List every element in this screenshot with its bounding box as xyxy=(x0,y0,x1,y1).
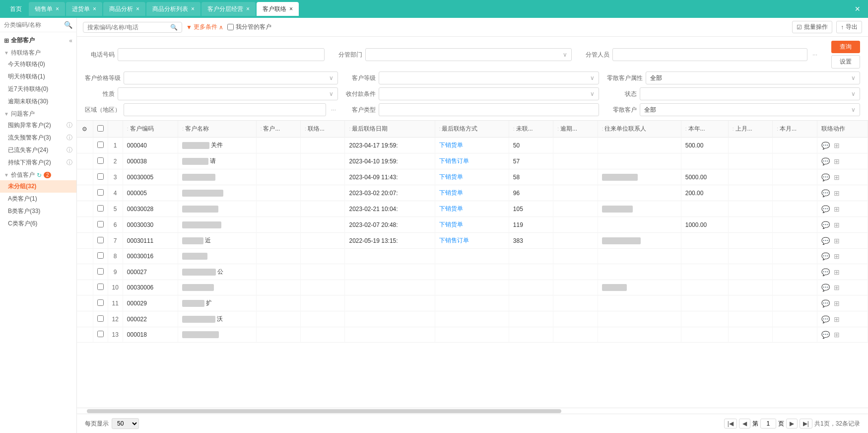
row-checkbox[interactable] xyxy=(93,233,108,249)
col-gear[interactable]: ⚙ xyxy=(77,121,93,138)
grid-action-icon[interactable]: ⊞ xyxy=(834,189,840,197)
chat-icon[interactable]: 💬 xyxy=(821,157,830,165)
sidebar-item-warning[interactable]: 流失预警客户(3) ⓘ xyxy=(0,132,76,144)
sidebar-group-value[interactable]: ▼ 价值客户 ↻ 2 xyxy=(0,169,76,180)
sidebar-item-abnormal[interactable]: 囤购异常客户(2) ⓘ xyxy=(0,119,76,132)
customer-level-select[interactable]: ∨ xyxy=(379,72,599,84)
sidebar-search-input[interactable] xyxy=(4,21,62,28)
retail-attr-select[interactable]: 全部 ∨ xyxy=(646,72,860,84)
tab-purchase[interactable]: 进货单 × xyxy=(66,2,102,16)
tab-product-analysis-list-close[interactable]: × xyxy=(191,5,195,12)
scrollbar-thumb[interactable] xyxy=(87,409,561,413)
contact-method-link[interactable]: 下销售订单 xyxy=(439,237,469,244)
my-customers-input[interactable] xyxy=(227,24,234,30)
row-last-contact-method[interactable]: 下销售订单 xyxy=(435,153,509,169)
sidebar-item-class-c[interactable]: C类客户(6) xyxy=(0,217,76,230)
row-checkbox[interactable] xyxy=(93,249,108,264)
tab-purchase-close[interactable]: × xyxy=(93,5,96,12)
row-checkbox[interactable] xyxy=(93,217,108,233)
sidebar-item-7day-pending[interactable]: 近7天待联络(0) xyxy=(0,83,76,95)
chat-icon[interactable]: 💬 xyxy=(821,315,830,323)
last-page-btn[interactable]: ▶| xyxy=(800,419,812,429)
chat-icon[interactable]: 💬 xyxy=(821,331,830,339)
row-select[interactable] xyxy=(97,157,104,164)
grid-action-icon[interactable]: ⊞ xyxy=(834,221,840,229)
sidebar-item-tomorrow-pending[interactable]: 明天待联络(1) xyxy=(0,71,76,83)
contact-method-link[interactable]: 下销货单 xyxy=(439,142,463,148)
row-last-contact-method[interactable]: 下销货单 xyxy=(435,217,509,233)
person-ellipsis[interactable]: ··· xyxy=(810,51,819,58)
row-last-contact-method[interactable]: 下销货单 xyxy=(435,138,509,153)
customer-type-input[interactable] xyxy=(379,103,599,116)
tab-home[interactable]: 首页 xyxy=(4,2,28,16)
chat-icon[interactable]: 💬 xyxy=(821,205,830,213)
dept-select[interactable]: ∨ xyxy=(365,48,572,61)
col-checkbox[interactable] xyxy=(93,121,108,138)
page-input[interactable] xyxy=(760,419,776,429)
row-last-contact-method[interactable] xyxy=(435,311,509,327)
chat-icon[interactable]: 💬 xyxy=(821,268,830,276)
sidebar-item-overdue-pending[interactable]: 逾期未联络(30) xyxy=(0,95,76,108)
sidebar-item-ungrouped[interactable]: 未分组(32) xyxy=(0,180,76,193)
tab-product-analysis[interactable]: 商品分析 × xyxy=(103,2,145,16)
row-last-contact-method[interactable] xyxy=(435,264,509,280)
sidebar-search-icon[interactable]: 🔍 xyxy=(64,21,72,29)
grid-action-icon[interactable]: ⊞ xyxy=(834,157,840,165)
row-last-contact-method[interactable]: 下销货单 xyxy=(435,201,509,217)
row-select[interactable] xyxy=(97,315,104,322)
row-checkbox[interactable] xyxy=(93,295,108,311)
row-checkbox[interactable] xyxy=(93,311,108,327)
region-input[interactable] xyxy=(124,103,326,116)
tab-product-analysis-close[interactable]: × xyxy=(136,5,139,12)
row-checkbox[interactable] xyxy=(93,264,108,280)
prev-page-btn[interactable]: ◀ xyxy=(739,419,750,429)
grid-action-icon[interactable]: ⊞ xyxy=(834,284,840,291)
reset-button[interactable]: 设置 xyxy=(831,55,860,69)
contact-method-link[interactable]: 下销货单 xyxy=(439,173,463,180)
grid-action-icon[interactable]: ⊞ xyxy=(834,331,840,339)
row-checkbox[interactable] xyxy=(93,327,108,343)
row-last-contact-method[interactable]: 下销货单 xyxy=(435,169,509,185)
row-last-contact-method[interactable] xyxy=(435,249,509,264)
batch-operation-btn[interactable]: ☑ 批量操作 xyxy=(792,21,832,33)
first-page-btn[interactable]: |◀ xyxy=(724,419,737,429)
contact-method-link[interactable]: 下销货单 xyxy=(439,189,463,196)
row-select[interactable] xyxy=(97,252,104,259)
row-last-contact-method[interactable] xyxy=(435,295,509,311)
grid-action-icon[interactable]: ⊞ xyxy=(834,315,840,323)
sidebar-item-lost[interactable]: 已流失客户(24) ⓘ xyxy=(0,144,76,156)
chat-icon[interactable]: 💬 xyxy=(821,299,830,307)
contact-method-link[interactable]: 下销货单 xyxy=(439,205,463,212)
contact-method-link[interactable]: 下销售订单 xyxy=(439,157,469,164)
chat-icon[interactable]: 💬 xyxy=(821,237,830,245)
row-checkbox[interactable] xyxy=(93,138,108,153)
tab-customer-contact[interactable]: 客户联络 × xyxy=(257,2,299,16)
grid-action-icon[interactable]: ⊞ xyxy=(834,173,840,181)
row-select[interactable] xyxy=(97,237,104,243)
next-page-btn[interactable]: ▶ xyxy=(786,419,798,429)
region-ellipsis[interactable]: ··· xyxy=(329,106,338,113)
grid-action-icon[interactable]: ⊞ xyxy=(834,252,840,260)
tab-sales[interactable]: 销售单 × xyxy=(29,2,65,16)
row-last-contact-method[interactable]: 下销货单 xyxy=(435,185,509,201)
status-select[interactable]: ∨ xyxy=(640,87,860,100)
chat-icon[interactable]: 💬 xyxy=(821,173,830,181)
refresh-icon[interactable]: ↻ xyxy=(37,172,42,179)
row-select[interactable] xyxy=(97,189,104,196)
query-button[interactable]: 查询 xyxy=(831,41,860,53)
row-last-contact-method[interactable] xyxy=(435,280,509,295)
chat-icon[interactable]: 💬 xyxy=(821,221,830,229)
tab-sales-close[interactable]: × xyxy=(56,5,59,12)
row-last-contact-method[interactable]: 下销售订单 xyxy=(435,233,509,249)
row-select[interactable] xyxy=(97,173,104,180)
tab-customer-segment-close[interactable]: × xyxy=(246,5,250,12)
my-customers-checkbox[interactable]: 我分管的客户 xyxy=(227,23,271,31)
sidebar-item-class-b[interactable]: B类客户(33) xyxy=(0,205,76,217)
row-checkbox[interactable] xyxy=(93,169,108,185)
select-all-checkbox[interactable] xyxy=(97,125,104,132)
price-level-select[interactable]: ∨ xyxy=(124,72,338,84)
filter-search-input[interactable] xyxy=(87,24,168,31)
tab-customer-contact-close[interactable]: × xyxy=(289,5,293,12)
more-conditions-btn[interactable]: ▼ 更多条件 ∧ xyxy=(186,23,223,31)
row-select[interactable] xyxy=(97,221,104,227)
